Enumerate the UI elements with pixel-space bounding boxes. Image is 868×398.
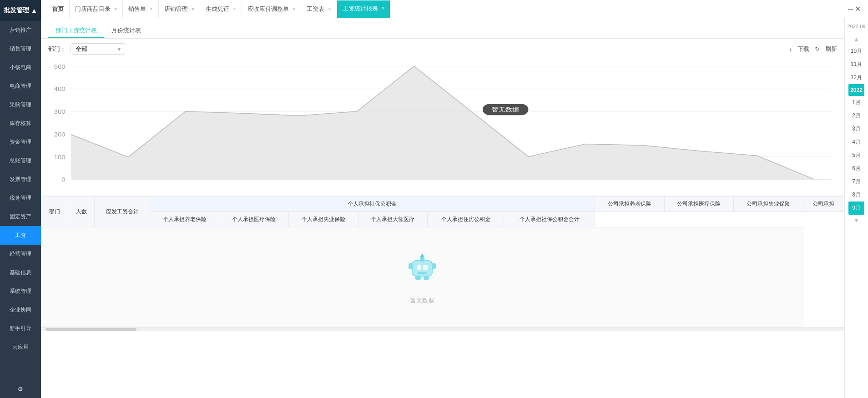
month-item-11月[interactable]: 11月 (848, 58, 864, 71)
sidebar-item-税务管理[interactable]: 税务管理 (0, 189, 41, 207)
month-item-4月[interactable]: 4月 (848, 136, 864, 149)
data-table: 部门 人数 应发工资合计 个人承担社保公积金 公司承担养老保险 公司承担医疗保险… (41, 196, 844, 327)
month-item-2022[interactable]: 2022 (848, 84, 864, 96)
tab-工资表[interactable]: 工资表× (301, 0, 337, 18)
tab-店铺管理[interactable]: 店铺管理× (159, 0, 200, 18)
month-item-6月[interactable]: 6月 (848, 162, 864, 175)
tab-bar: 首页门店商品目录×销售单×店铺管理×生成凭证×应收应付调整单×工资表×工资统计报… (41, 0, 868, 18)
refresh-icon: ↻ (815, 45, 820, 52)
sidebar-item-营销推广[interactable]: 营销推广 (0, 21, 41, 40)
toolbar: 部门： 全部 销售部 财务部 技术部 ▼ ↓ 下载 ↻ (41, 39, 844, 59)
tab-close-icon[interactable]: × (382, 6, 384, 11)
col-company-medical: 公司承担医疗保险 (664, 196, 734, 212)
sidebar-item-工资[interactable]: 工资 (0, 226, 41, 245)
tab-门店商品目录[interactable]: 门店商品目录× (70, 0, 123, 18)
tab-工资统计报表[interactable]: 工资统计报表× (337, 0, 390, 18)
sidebar-item-基础信息[interactable]: 基础信息 (0, 263, 41, 282)
sidebar-item-系统管理[interactable]: 系统管理 (0, 282, 41, 301)
scroll-up-arrow[interactable]: ▲ (852, 34, 862, 45)
toolbar-left: 部门： 全部 销售部 财务部 技术部 ▼ (48, 43, 125, 55)
tab-close-icon[interactable]: × (114, 6, 117, 11)
tab-close-icon[interactable]: × (192, 6, 194, 11)
page-content: 部门工资统计表月份统计表 部门： 全部 销售部 财务部 技术部 ▼ (41, 18, 844, 398)
sidebar-footer[interactable]: ⚙ (0, 380, 41, 398)
dept-select-wrapper: 全部 销售部 财务部 技术部 ▼ (71, 43, 125, 55)
sidebar-item-小畅电商[interactable]: 小畅电商 (0, 58, 41, 77)
month-item-1月[interactable]: 1月 (848, 96, 864, 109)
sub-tab-月份统计表[interactable]: 月份统计表 (104, 24, 148, 38)
col-total-salary: 应发工资合计 (95, 196, 150, 227)
download-button[interactable]: 下载 (797, 45, 809, 53)
svg-rect-24 (424, 276, 429, 280)
year-display: 2022.09 (848, 22, 866, 31)
svg-text:400: 400 (54, 86, 66, 92)
scroll-down-arrow[interactable]: ▼ (852, 215, 862, 226)
tab-应收应付调整单[interactable]: 应收应付调整单× (242, 0, 301, 18)
download-icon: ↓ (789, 45, 792, 52)
sidebar-item-新手引导[interactable]: 新手引导 (0, 319, 41, 338)
chart-area: 500 400 300 200 100 0 (41, 59, 844, 196)
tab-label: 店铺管理 (164, 5, 188, 13)
month-item-8月[interactable]: 8月 (848, 188, 864, 202)
svg-text:100: 100 (54, 154, 66, 160)
sidebar-item-资金管理[interactable]: 资金管理 (0, 133, 41, 151)
col-dept: 部门 (41, 196, 68, 227)
sidebar-item-总账管理[interactable]: 总账管理 (0, 151, 41, 170)
col-count: 人数 (68, 196, 95, 227)
sidebar-item-经营管理[interactable]: 经营管理 (0, 245, 41, 263)
dept-select[interactable]: 全部 销售部 财务部 技术部 (71, 43, 125, 55)
window-close-button[interactable]: ─ ✕ (844, 5, 864, 13)
window-min-icon: ─ (848, 5, 853, 13)
sidebar-header[interactable]: 批发管理 ▲ (0, 0, 41, 21)
month-item-10月[interactable]: 10月 (848, 45, 864, 58)
sidebar-item-销售管理[interactable]: 销售管理 (0, 40, 41, 58)
scrollbar-thumb[interactable] (45, 328, 136, 331)
month-item-12月[interactable]: 12月 (848, 71, 864, 84)
table-container: 部门 人数 应发工资合计 个人承担社保公积金 公司承担养老保险 公司承担医疗保险… (41, 196, 844, 398)
tab-close-icon[interactable]: × (328, 6, 331, 11)
chart-svg: 500 400 300 200 100 0 (48, 59, 837, 191)
sidebar-item-采购管理[interactable]: 采购管理 (0, 96, 41, 114)
svg-rect-23 (415, 276, 421, 280)
tab-label: 门店商品目录 (75, 5, 111, 13)
svg-rect-18 (417, 265, 421, 270)
sidebar-item-库存核算[interactable]: 库存核算 (0, 114, 41, 133)
sidebar-item-固定资产[interactable]: 固定资产 (0, 207, 41, 226)
col-personal-housing: 个人承担住房公积金 (428, 212, 504, 227)
col-company-unemployment: 公司承担失业保险 (734, 196, 803, 212)
horizontal-scrollbar[interactable] (41, 327, 844, 331)
tab-label: 生成凭证 (206, 5, 229, 13)
tab-close-icon[interactable]: × (293, 6, 295, 11)
tab-首页[interactable]: 首页 (45, 0, 70, 18)
tab-label: 销售单 (128, 5, 146, 13)
month-item-3月[interactable]: 3月 (848, 122, 864, 136)
svg-text:暂无数据: 暂无数据 (492, 106, 520, 112)
tab-close-icon[interactable]: × (233, 6, 236, 11)
tab-label: 工资表 (307, 5, 324, 13)
sub-tab-部门工资统计表[interactable]: 部门工资统计表 (48, 24, 104, 38)
svg-rect-16 (409, 263, 412, 269)
sidebar-item-电商管理[interactable]: 电商管理 (0, 77, 41, 96)
tab-销售单[interactable]: 销售单× (123, 0, 158, 18)
tab-生成凭证[interactable]: 生成凭证× (200, 0, 242, 18)
empty-icon (64, 249, 780, 292)
sidebar-item-发票管理[interactable]: 发票管理 (0, 170, 41, 189)
toolbar-right: ↓ 下载 ↻ 刷新 (789, 45, 838, 53)
month-item-2月[interactable]: 2月 (848, 109, 864, 122)
tab-close-icon[interactable]: × (150, 6, 152, 11)
sidebar-item-云应用[interactable]: 云应用 (0, 338, 41, 357)
month-item-7月[interactable]: 7月 (848, 175, 864, 188)
month-item-9月[interactable]: 9月 (848, 202, 864, 215)
col-personal-medical: 个人承担医疗保险 (219, 212, 289, 227)
empty-state: 暂无数据 (46, 231, 798, 323)
col-personal-unemployment: 个人承担失业保险 (288, 212, 358, 227)
refresh-button[interactable]: 刷新 (825, 45, 837, 53)
svg-rect-17 (432, 263, 436, 269)
window-close-icon: ✕ (855, 5, 861, 13)
sidebar-item-企业协同[interactable]: 企业协同 (0, 301, 41, 319)
sub-tabs: 部门工资统计表月份统计表 (41, 18, 844, 39)
month-item-5月[interactable]: 5月 (848, 149, 864, 162)
tab-label: 工资统计报表 (343, 5, 378, 13)
svg-marker-12 (71, 66, 814, 180)
settings-icon: ⚙ (18, 386, 23, 393)
